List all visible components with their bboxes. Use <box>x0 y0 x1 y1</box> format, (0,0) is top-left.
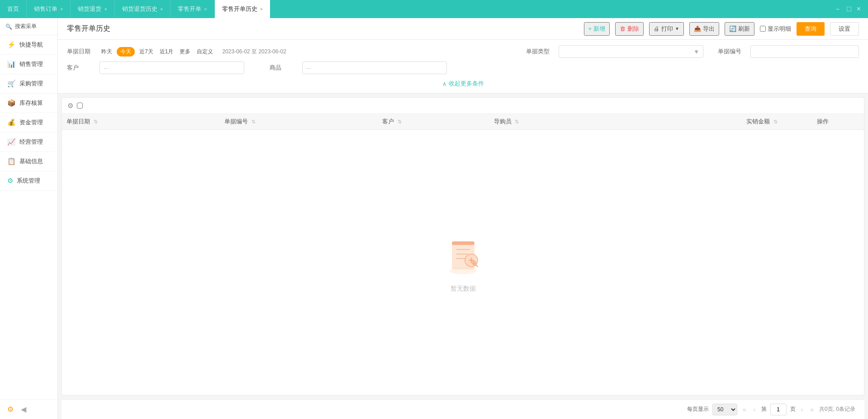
show-detail-checkbox-label[interactable]: 显示明细 <box>760 25 791 33</box>
close-button[interactable]: × <box>857 5 861 13</box>
tab-home[interactable]: 首页 <box>0 0 27 18</box>
select-all-checkbox[interactable] <box>77 103 83 108</box>
col-action: 操作 <box>782 114 864 130</box>
col-date[interactable]: 单据日期 ⇅ <box>62 114 220 130</box>
collapse-filter-btn[interactable]: ∧ 收起更多条件 <box>67 78 859 89</box>
bill-no-filter-label: 单据编号 <box>718 47 743 56</box>
table-container: ⚙ 单据日期 ⇅ 单据编号 ⇅ 客户 <box>62 97 864 395</box>
date-opt-yesterday[interactable]: 昨天 <box>100 47 114 56</box>
add-label: 新增 <box>593 25 605 33</box>
main-layout: 🔍 搜索采单 ⚡ 快捷导航 📊 销售管理 🛒 采购管理 📦 库存核算 💰 资金管… <box>0 18 868 419</box>
date-opt-custom[interactable]: 自定义 <box>195 47 215 56</box>
sidebar-item-inventory[interactable]: 📦 库存核算 <box>0 94 57 113</box>
print-button[interactable]: 🖨 打印 ▼ <box>649 22 684 36</box>
quick-nav-icon: ⚡ <box>7 41 16 49</box>
sidebar-item-quick-nav-label: 快捷导航 <box>19 41 43 49</box>
total-info: 共0页, 0条记录 <box>819 405 855 413</box>
tab-retail-open-history-close[interactable]: × <box>260 6 263 12</box>
prev-page-button[interactable]: ‹ <box>752 405 758 414</box>
tab-retail-open-close[interactable]: × <box>204 6 207 12</box>
next-page-button[interactable]: › <box>799 405 805 414</box>
date-options: 昨天 今天 近7天 近1月 更多 自定义 <box>100 47 215 56</box>
tab-sales-return-close[interactable]: × <box>104 6 107 12</box>
sidebar-item-purchase-mgmt[interactable]: 🛒 采购管理 <box>0 74 57 94</box>
tab-retail-open[interactable]: 零售开单 × <box>171 0 214 18</box>
tab-sales-order[interactable]: 销售订单 × <box>27 0 71 18</box>
sidebar-item-base-info[interactable]: 📋 基础信息 <box>0 152 57 171</box>
bill-type-filter-label: 单据类型 <box>526 47 551 56</box>
goods-dots: ··· <box>306 65 311 71</box>
current-page-input[interactable] <box>770 404 787 415</box>
date-opt-last1m[interactable]: 近1月 <box>158 47 175 56</box>
minimize-button[interactable]: － <box>834 5 841 14</box>
settings-button[interactable]: 设置 <box>830 22 859 36</box>
inventory-icon: 📦 <box>7 99 16 107</box>
col-action-label: 操作 <box>817 118 829 125</box>
date-opt-last7[interactable]: 近7天 <box>138 47 155 56</box>
empty-area: 暂无数据 <box>62 130 864 395</box>
tab-sales-return-history-label: 销货退货历史 <box>122 5 157 13</box>
delete-button[interactable]: 🗑 删除 <box>615 22 644 36</box>
first-page-button[interactable]: « <box>741 405 748 414</box>
sidebar-search[interactable]: 🔍 搜索采单 <box>0 18 57 35</box>
column-settings-icon[interactable]: ⚙ <box>67 102 73 110</box>
sidebar-item-sales-mgmt[interactable]: 📊 销售管理 <box>0 55 57 74</box>
date-opt-more[interactable]: 更多 <box>178 47 192 56</box>
table-toolbar: ⚙ <box>62 98 864 114</box>
sidebar-item-quick-nav[interactable]: ⚡ 快捷导航 <box>0 35 57 55</box>
collapse-sidebar-icon[interactable]: ◀ <box>21 405 26 414</box>
header-actions: + 新增 🗑 删除 🖨 打印 ▼ 📤 导出 🔄 <box>584 22 859 36</box>
sidebar-item-operation[interactable]: 📈 经营管理 <box>0 132 57 152</box>
bill-type-select[interactable]: ▼ <box>559 45 703 58</box>
tab-sales-return-history[interactable]: 销货退货历史 × <box>115 0 171 18</box>
col-no[interactable]: 单据编号 ⇅ <box>220 114 378 130</box>
last-page-button[interactable]: » <box>808 405 816 414</box>
page-title: 零售开单历史 <box>67 24 110 33</box>
col-guide-label: 导购员 <box>494 118 512 125</box>
col-date-label: 单据日期 <box>66 118 90 125</box>
search-icon: 🔍 <box>5 24 12 30</box>
settings-gear-icon[interactable]: ⚙ <box>7 405 14 414</box>
col-guide[interactable]: 导购员 ⇅ <box>489 114 624 130</box>
goods-input[interactable]: ··· <box>302 61 447 74</box>
sidebar-item-inventory-label: 库存核算 <box>19 99 43 107</box>
col-customer-sort-icon: ⇅ <box>398 119 402 124</box>
sys-mgmt-icon: ⚙ <box>7 177 13 185</box>
tab-retail-open-label: 零售开单 <box>178 5 201 13</box>
tab-sales-return[interactable]: 销货退货 × <box>71 0 114 18</box>
col-customer[interactable]: 客户 ⇅ <box>378 114 489 130</box>
col-no-label: 单据编号 <box>224 118 248 125</box>
bill-no-input[interactable] <box>750 45 859 58</box>
sidebar-item-base-info-label: 基础信息 <box>19 157 43 165</box>
show-detail-label: 显示明细 <box>768 25 791 33</box>
col-customer-label: 客户 <box>382 118 394 125</box>
add-button[interactable]: + 新增 <box>584 22 610 36</box>
top-tabbar: 首页 销售订单 × 销货退货 × 销货退货历史 × 零售开单 × 零售开单历史 … <box>0 0 868 18</box>
date-opt-today[interactable]: 今天 <box>117 47 135 56</box>
customer-input[interactable]: ··· <box>100 61 244 74</box>
col-amount[interactable]: 实销金额 ⇅ <box>624 114 782 130</box>
export-button[interactable]: 📤 导出 <box>689 22 719 36</box>
sidebar-item-sys-mgmt[interactable]: ⚙ 系统管理 <box>0 171 57 191</box>
show-detail-checkbox[interactable] <box>760 26 766 32</box>
query-button[interactable]: 查询 <box>797 22 825 36</box>
sidebar-item-sales-mgmt-label: 销售管理 <box>19 60 43 68</box>
bill-type-arrow-icon: ▼ <box>693 48 699 55</box>
collapse-arrow-icon: ∧ <box>442 80 447 87</box>
tab-retail-open-history[interactable]: 零售开单历史 × <box>215 0 270 18</box>
sidebar: 🔍 搜索采单 ⚡ 快捷导航 📊 销售管理 🛒 采购管理 📦 库存核算 💰 资金管… <box>0 18 58 419</box>
goods-filter-label: 商品 <box>270 64 295 72</box>
tab-sales-return-history-close[interactable]: × <box>160 6 163 12</box>
col-guide-sort-icon: ⇅ <box>515 119 519 124</box>
operation-icon: 📈 <box>7 138 16 146</box>
page-word: 第 <box>761 405 767 413</box>
date-filter-label: 单据日期 <box>67 47 92 56</box>
per-page-select[interactable]: 50 10 20 100 <box>712 404 737 415</box>
maximize-button[interactable]: □ <box>847 5 851 13</box>
sidebar-item-finance[interactable]: 💰 资金管理 <box>0 113 57 132</box>
pagination-bar: 每页显示 50 10 20 100 « ‹ 第 页 › » 共0页, 0条记录 <box>62 399 864 419</box>
refresh-button[interactable]: 🔄 刷新 <box>725 22 754 36</box>
tab-retail-open-history-label: 零售开单历史 <box>222 5 257 13</box>
tab-sales-order-close[interactable]: × <box>60 6 63 12</box>
refresh-label: 刷新 <box>738 25 750 33</box>
